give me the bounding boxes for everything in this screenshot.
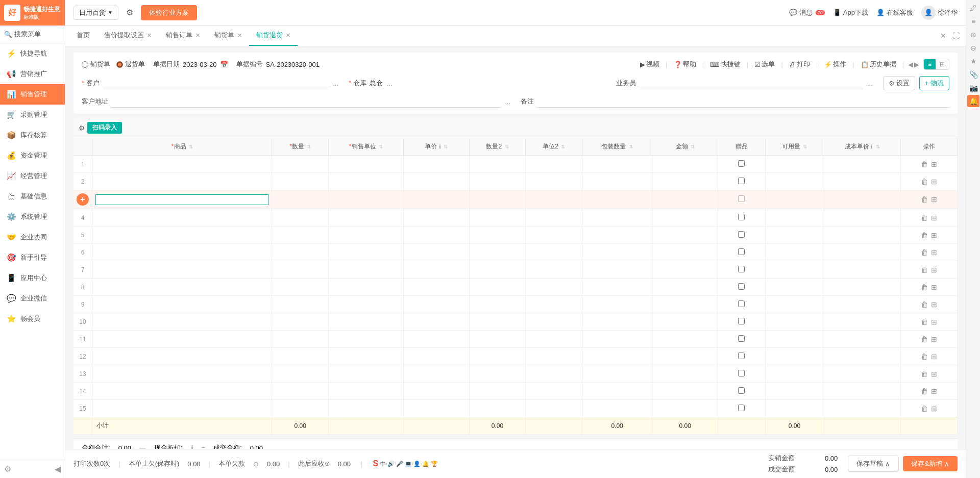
unit-cell-8[interactable] bbox=[329, 279, 403, 296]
close-tab-icon[interactable]: ✕ bbox=[938, 31, 948, 41]
qty-cell-14[interactable] bbox=[272, 383, 329, 400]
sidebar-item-base[interactable]: 🗂 基础信息 bbox=[0, 186, 65, 207]
qty-cell-6[interactable] bbox=[272, 244, 329, 261]
qty2-cell-10[interactable] bbox=[469, 313, 526, 331]
amount-cell-5[interactable] bbox=[652, 227, 718, 244]
amount-cell-6[interactable] bbox=[652, 244, 718, 261]
pkg-cell-5[interactable] bbox=[582, 227, 652, 244]
price-cell-5[interactable] bbox=[403, 227, 469, 244]
cost-cell-14[interactable] bbox=[824, 383, 901, 400]
amount-cell-8[interactable] bbox=[652, 279, 718, 296]
qty-cell-3[interactable] bbox=[272, 190, 329, 209]
unit2-cell-2[interactable] bbox=[526, 173, 582, 190]
unit2-sort-icon[interactable]: ⇅ bbox=[561, 144, 565, 149]
qty2-cell-8[interactable] bbox=[469, 279, 526, 296]
delete-icon-4[interactable]: 🗑 bbox=[921, 214, 928, 222]
qty2-cell-9[interactable] bbox=[469, 296, 526, 313]
avail-cell-12[interactable] bbox=[765, 348, 824, 365]
amount-cell-10[interactable] bbox=[652, 313, 718, 331]
sidebar-collapse-icon[interactable]: ◀ bbox=[55, 464, 61, 474]
customer-input[interactable] bbox=[103, 77, 329, 89]
avail-cell-13[interactable] bbox=[765, 365, 824, 383]
app-download-item[interactable]: 📱 App下载 bbox=[833, 8, 868, 17]
cost-cell-8[interactable] bbox=[824, 279, 901, 296]
product-cell-5[interactable] bbox=[92, 227, 272, 244]
grid-view-btn[interactable]: ⊞ bbox=[936, 59, 949, 69]
print-btn[interactable]: 🖨 打印 bbox=[787, 59, 812, 70]
qty2-cell-15[interactable] bbox=[469, 400, 526, 417]
unit2-cell-5[interactable] bbox=[526, 227, 582, 244]
right-sidebar-attach-icon[interactable]: 📎 bbox=[967, 68, 979, 81]
pkg-cell-11[interactable] bbox=[582, 331, 652, 348]
right-sidebar-star-icon[interactable]: ★ bbox=[967, 55, 979, 67]
price-cell-6[interactable] bbox=[403, 244, 469, 261]
copy-icon-3[interactable]: ⊞ bbox=[931, 195, 937, 204]
avail-cell-8[interactable] bbox=[765, 279, 824, 296]
radio-return[interactable]: 退货单 bbox=[116, 60, 145, 69]
salesperson-input[interactable] bbox=[639, 77, 863, 89]
industry-dropdown[interactable]: 日用百货 ▼ bbox=[74, 6, 118, 20]
sidebar-settings-icon[interactable]: ⚙ bbox=[4, 464, 11, 474]
cost-cell-15[interactable] bbox=[824, 400, 901, 417]
product-sort-icon[interactable]: ⇅ bbox=[189, 144, 193, 149]
right-sidebar-camera-icon[interactable]: 📷 bbox=[967, 82, 979, 94]
copy-icon-11[interactable]: ⊞ bbox=[931, 335, 937, 343]
price-cell-13[interactable] bbox=[403, 365, 469, 383]
delete-icon-14[interactable]: 🗑 bbox=[921, 387, 928, 395]
amount-cell-4[interactable] bbox=[652, 209, 718, 227]
sidebar-item-guide[interactable]: 🎯 新手引导 bbox=[0, 247, 65, 268]
copy-icon-7[interactable]: ⊞ bbox=[931, 266, 937, 274]
cost-cell-1[interactable] bbox=[824, 156, 901, 173]
pkg-cell-10[interactable] bbox=[582, 313, 652, 331]
gift-cell-9[interactable] bbox=[718, 296, 765, 313]
qty2-cell-1[interactable] bbox=[469, 156, 526, 173]
right-sidebar-remove-icon[interactable]: ⊖ bbox=[967, 42, 979, 54]
avail-cell-14[interactable] bbox=[765, 383, 824, 400]
unit2-cell-7[interactable] bbox=[526, 261, 582, 279]
avail-cell-11[interactable] bbox=[765, 331, 824, 348]
cost-cell-6[interactable] bbox=[824, 244, 901, 261]
avail-cell-1[interactable] bbox=[765, 156, 824, 173]
pkg-cell-3[interactable] bbox=[582, 190, 652, 209]
delete-icon-5[interactable]: 🗑 bbox=[921, 231, 928, 239]
amount-cell-7[interactable] bbox=[652, 261, 718, 279]
qty2-cell-12[interactable] bbox=[469, 348, 526, 365]
save-draft-btn[interactable]: 保存草稿 ∧ bbox=[848, 456, 899, 472]
customer-dots[interactable]: ... bbox=[333, 80, 338, 87]
product-input-3[interactable] bbox=[95, 194, 268, 205]
qty-cell-7[interactable] bbox=[272, 261, 329, 279]
avail-sort-icon[interactable]: ⇅ bbox=[803, 144, 807, 149]
amount-cell-3[interactable] bbox=[652, 190, 718, 209]
sidebar-item-member[interactable]: ⭐ 畅会员 bbox=[0, 309, 65, 329]
avail-cell-5[interactable] bbox=[765, 227, 824, 244]
qty-cell-13[interactable] bbox=[272, 365, 329, 383]
product-cell-13[interactable] bbox=[92, 365, 272, 383]
price-cell-12[interactable] bbox=[403, 348, 469, 365]
gift-cell-11[interactable] bbox=[718, 331, 765, 348]
amount-cell-12[interactable] bbox=[652, 348, 718, 365]
right-sidebar-notification-icon[interactable]: 🔔 bbox=[967, 95, 979, 107]
product-cell-3[interactable] bbox=[92, 190, 272, 209]
expand-tab-icon[interactable]: ⛶ bbox=[950, 31, 962, 41]
avail-cell-6[interactable] bbox=[765, 244, 824, 261]
gift-cell-6[interactable] bbox=[718, 244, 765, 261]
right-sidebar-add-icon[interactable]: ⊕ bbox=[967, 29, 979, 41]
product-cell-14[interactable] bbox=[92, 383, 272, 400]
qty2-cell-3[interactable] bbox=[469, 190, 526, 209]
pkg-cell-1[interactable] bbox=[582, 156, 652, 173]
amount-cell-15[interactable] bbox=[652, 400, 718, 417]
amount-cell-13[interactable] bbox=[652, 365, 718, 383]
experience-btn[interactable]: 体验行业方案 bbox=[141, 5, 197, 20]
copy-icon-4[interactable]: ⊞ bbox=[931, 214, 937, 222]
gift-cell-15[interactable] bbox=[718, 400, 765, 417]
unit2-cell-4[interactable] bbox=[526, 209, 582, 227]
amount-cell-11[interactable] bbox=[652, 331, 718, 348]
list-view-btn[interactable]: ≡ bbox=[924, 59, 936, 69]
product-cell-8[interactable] bbox=[92, 279, 272, 296]
search-menu-item[interactable]: 🔍 搜索菜单 bbox=[0, 26, 65, 43]
unit2-cell-11[interactable] bbox=[526, 331, 582, 348]
sidebar-item-operations[interactable]: 📈 经营管理 bbox=[0, 166, 65, 186]
price-cell-4[interactable] bbox=[403, 209, 469, 227]
unit-cell-5[interactable] bbox=[329, 227, 403, 244]
radio-sales[interactable]: 销货单 bbox=[82, 60, 110, 69]
